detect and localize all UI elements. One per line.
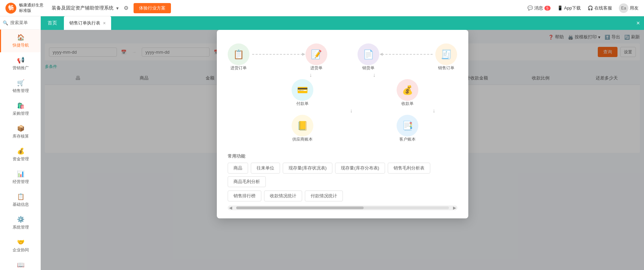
basic-info-icon: 📋 bbox=[17, 193, 24, 200]
receipt-circle: 💰 bbox=[397, 79, 418, 101]
search-icon: 🔍 bbox=[3, 20, 8, 25]
logo-icon: 畅 bbox=[5, 3, 16, 14]
payment-circle: 💳 bbox=[292, 79, 313, 101]
sidebar-item-purchase[interactable]: 🛍️ 采购管理 bbox=[0, 98, 40, 121]
content-area: 首页 销售订单执行表 × × ❓ 帮助 🖨️ 按模板打印 ▾ bbox=[41, 16, 644, 270]
payment-down-arrow: ↓ bbox=[350, 108, 353, 113]
func-btn-4[interactable]: 销售毛利分析表 bbox=[388, 163, 430, 174]
sidebar-item-operations[interactable]: 📊 经营管理 bbox=[0, 166, 40, 189]
payment-label: 付款单 bbox=[296, 101, 309, 107]
message-item[interactable]: 💬 消息 5 bbox=[527, 5, 551, 11]
wf-supplier-ledger: 📒 供应商账本 bbox=[292, 115, 313, 142]
wf-purchase-order: 📋 进货订单 bbox=[228, 43, 249, 71]
download-icon: 📱 bbox=[557, 5, 563, 11]
sidebar-item-sales[interactable]: 🛒 销售管理 bbox=[0, 75, 40, 98]
common-functions-title: 常用功能 bbox=[228, 153, 457, 159]
workflow-container: 📋 进货订单 ▶ bbox=[228, 38, 457, 153]
supplier-ledger-circle: 📒 bbox=[292, 115, 313, 137]
sales-order-circle: 🧾 bbox=[435, 43, 457, 65]
sidebar-search[interactable]: 🔍 搜索菜单 bbox=[0, 16, 40, 30]
func-btn-0[interactable]: 商品 bbox=[228, 163, 248, 174]
sidebar-item-system[interactable]: ⚙️ 系统管理 bbox=[0, 212, 40, 234]
sidebar-item-quick-nav[interactable]: 🏠 快捷导航 bbox=[0, 30, 40, 52]
func-btn-7[interactable]: 收款情况统计 bbox=[264, 191, 302, 201]
receipt-label: 收款单 bbox=[401, 101, 414, 107]
enterprise-icon: 🤝 bbox=[17, 238, 24, 246]
modal: 📋 进货订单 ▶ bbox=[217, 30, 468, 218]
sidebar-item-marketing[interactable]: 📢 营销推广 bbox=[0, 52, 40, 75]
modal-scrollbar[interactable]: ◀ ▶ bbox=[228, 205, 457, 210]
wf-purchase-bill: 📝 进货单 bbox=[306, 43, 327, 71]
purchase-order-icon: 📋 bbox=[233, 49, 244, 60]
receipt-icon: 💰 bbox=[402, 85, 413, 95]
wf-customer-ledger: 📑 客户账本 bbox=[397, 115, 418, 142]
func-btn-3[interactable]: 现存量(库存分布表) bbox=[335, 163, 385, 174]
sales-icon: 🛒 bbox=[17, 79, 24, 87]
common-functions-section: 常用功能 商品 往来单位 现存量(库存状况表) 现存量(库存分布表) 销售毛利分… bbox=[228, 153, 457, 201]
message-badge: 5 bbox=[544, 6, 551, 11]
trial-button[interactable]: 体验行业方案 bbox=[134, 3, 171, 13]
scroll-left-arrow[interactable]: ◀ bbox=[228, 205, 233, 210]
sidebar-item-basic-info[interactable]: 📋 基础信息 bbox=[0, 189, 40, 212]
purchase-bill-icon: 📝 bbox=[311, 49, 322, 60]
payment-icon: 💳 bbox=[297, 85, 308, 95]
sales-bill-icon: 📄 bbox=[363, 49, 374, 60]
wf-sales-order: 🧾 销售订单 bbox=[435, 43, 457, 71]
user-item[interactable]: Ea 用友 bbox=[619, 3, 639, 13]
wf-payment: 💳 付款单 bbox=[292, 79, 313, 107]
sidebar: 🔍 搜索菜单 🏠 快捷导航 📢 营销推广 🛒 销售管理 🛍️ 采购管理 📦 库存… bbox=[0, 16, 41, 270]
logo-text: 畅康通好生意 标准版 bbox=[19, 3, 43, 13]
tab-bar-close-btn[interactable]: × bbox=[636, 20, 640, 27]
operations-icon: 📊 bbox=[17, 170, 24, 178]
inventory-icon: 📦 bbox=[17, 125, 24, 132]
system-title-text: 装备及固定资产辅助管理系统 bbox=[52, 5, 114, 11]
tab-bar: 首页 销售订单执行表 × × bbox=[41, 16, 644, 30]
sidebar-item-newbie[interactable]: 📖 新手引导 bbox=[0, 257, 40, 270]
wf-receipt: 💰 收款单 bbox=[397, 79, 418, 107]
customer-ledger-circle: 📑 bbox=[397, 115, 418, 137]
purchase-bill-down-arrow: ↓ bbox=[309, 72, 312, 78]
sidebar-item-inventory[interactable]: 📦 库存核算 bbox=[0, 121, 40, 143]
tab-close-btn[interactable]: × bbox=[103, 21, 106, 25]
sidebar-item-enterprise[interactable]: 🤝 企业协同 bbox=[0, 234, 40, 257]
finance-icon: 💰 bbox=[17, 147, 24, 155]
func-btn-1[interactable]: 往来单位 bbox=[251, 163, 280, 174]
modal-overlay: 📋 进货订单 ▶ bbox=[41, 30, 644, 270]
receipt-down-arrow: ↓ bbox=[433, 108, 435, 113]
tab-sales-order[interactable]: 销售订单执行表 × bbox=[64, 16, 111, 30]
scroll-right-arrow[interactable]: ▶ bbox=[452, 205, 457, 210]
purchase-bill-label: 进货单 bbox=[310, 65, 323, 71]
sales-bill-down-arrow: ↓ bbox=[373, 72, 376, 78]
quick-nav-icon: 🏠 bbox=[17, 34, 24, 41]
newbie-icon: 📖 bbox=[17, 261, 24, 269]
online-service-item[interactable]: 🎧 在线客服 bbox=[588, 5, 612, 11]
sidebar-item-finance[interactable]: 💰 资金管理 bbox=[0, 143, 40, 166]
message-icon: 💬 bbox=[527, 5, 533, 11]
tab-home[interactable]: 首页 bbox=[41, 16, 64, 30]
func-btn-2[interactable]: 现存量(库存状况表) bbox=[283, 163, 333, 174]
purchase-order-label: 进货订单 bbox=[230, 65, 247, 71]
purchase-bill-circle: 📝 bbox=[306, 43, 327, 65]
system-title-area: 装备及固定资产辅助管理系统 ▾ ⚙ bbox=[52, 3, 131, 13]
system-title-dropdown[interactable]: ▾ bbox=[116, 5, 119, 11]
supplier-ledger-icon: 📒 bbox=[297, 121, 308, 131]
func-btn-6[interactable]: 销售排行榜 bbox=[228, 191, 261, 201]
top-header: 畅 畅康通好生意 标准版 装备及固定资产辅助管理系统 ▾ ⚙ 体验行业方案 💬 … bbox=[0, 0, 644, 16]
purchase-icon: 🛍️ bbox=[17, 102, 24, 109]
purchase-order-circle: 📋 bbox=[228, 43, 249, 65]
app-download-item[interactable]: 📱 App下载 bbox=[557, 5, 581, 11]
gear-icon[interactable]: ⚙ bbox=[121, 3, 131, 13]
func-btn-5[interactable]: 商品毛利分析 bbox=[228, 176, 266, 187]
marketing-icon: 📢 bbox=[17, 56, 24, 64]
sales-bill-label: 销货单 bbox=[362, 65, 375, 71]
supplier-ledger-label: 供应商账本 bbox=[292, 137, 313, 142]
avatar: Ea bbox=[619, 3, 628, 13]
wf-sales-bill: 📄 销货单 bbox=[358, 43, 379, 71]
func-buttons-row1: 商品 往来单位 现存量(库存状况表) 现存量(库存分布表) 销售毛利分析表 商品… bbox=[228, 163, 457, 187]
func-btn-8[interactable]: 付款情况统计 bbox=[305, 191, 343, 201]
service-icon: 🎧 bbox=[588, 5, 593, 11]
scroll-thumb[interactable] bbox=[236, 206, 364, 209]
main-layout: 🔍 搜索菜单 🏠 快捷导航 📢 营销推广 🛒 销售管理 🛍️ 采购管理 📦 库存… bbox=[0, 16, 644, 270]
header-right: 💬 消息 5 📱 App下载 🎧 在线客服 Ea 用友 bbox=[527, 3, 639, 13]
logo-area: 畅 畅康通好生意 标准版 bbox=[5, 3, 46, 14]
